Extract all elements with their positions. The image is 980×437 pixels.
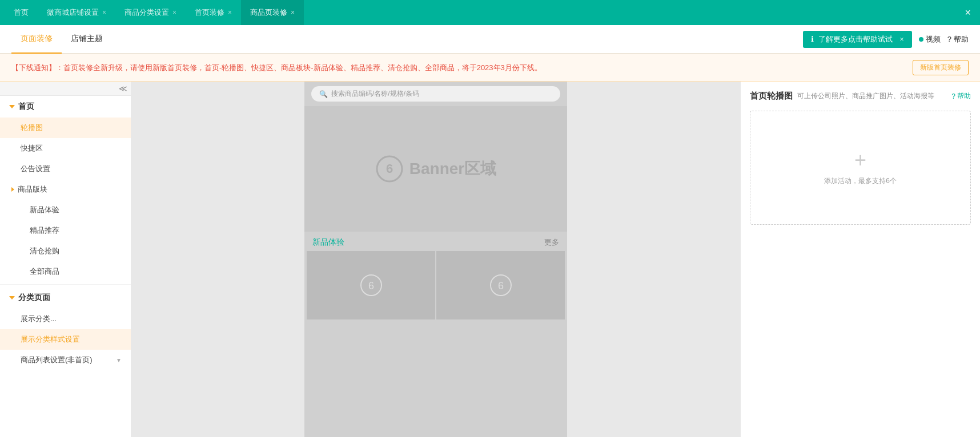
svg-text:6: 6: [497, 280, 503, 292]
new-products-label: 新品体验: [312, 237, 344, 248]
banner-logo-icon: 6: [375, 155, 404, 183]
triangle-icon: [9, 105, 15, 108]
right-panel-subtitle: 可上传公司照片、商品推广图片、活动海报等: [797, 91, 934, 101]
sidebar-section-home[interactable]: 首页: [0, 96, 131, 118]
tab-product-decoration[interactable]: 商品页装修 ×: [241, 0, 304, 25]
sidebar-subsection-product-block[interactable]: 商品版块: [0, 179, 131, 200]
upload-plus-icon: +: [854, 150, 866, 171]
sidebar-item-clearance[interactable]: 清仓抢购: [0, 241, 131, 261]
tab-home-decoration-close[interactable]: ×: [228, 9, 232, 17]
right-panel-help-button[interactable]: ? 帮助: [951, 91, 971, 101]
product-card-1[interactable]: 6: [307, 251, 435, 319]
phone-search-area: 🔍 搜索商品编码/名称/规格/条码: [304, 82, 567, 106]
tab-home-decoration[interactable]: 首页装修 ×: [186, 0, 241, 25]
sub-header-right: ℹ 了解更多点击帮助试试 × 视频 ? 帮助: [803, 31, 969, 48]
sidebar-item-category-style[interactable]: 展示分类样式设置: [0, 329, 131, 350]
sub-tab-page-decoration[interactable]: 页面装修: [11, 25, 62, 54]
sub-tab-store-theme[interactable]: 店铺主题: [62, 25, 112, 54]
new-products-section: 新品体验 更多 6 6: [304, 232, 567, 437]
notice-bar: 【下线通知】：首页装修全新升级，请使用新版首页装修，首页-轮播图、快捷区、商品板…: [0, 54, 980, 82]
right-panel: 首页轮播图 可上传公司照片、商品推广图片、活动海报等 ? 帮助 + 添加活动，最…: [740, 82, 980, 437]
video-button[interactable]: 视频: [919, 34, 941, 44]
tab-home[interactable]: 首页: [5, 0, 38, 25]
phone-frame: 🔍 搜索商品编码/名称/规格/条码 6 Banner区域 新品体验 更多: [304, 82, 567, 437]
sidebar-divider: [0, 284, 131, 285]
help-banner[interactable]: ℹ 了解更多点击帮助试试 ×: [803, 31, 912, 48]
new-products-grid: 6 6: [304, 251, 567, 319]
right-panel-title-row: 首页轮播图 可上传公司照片、商品推广图片、活动海报等 ? 帮助: [750, 91, 971, 102]
sidebar-item-carousel[interactable]: 轮播图: [0, 118, 131, 138]
triangle-icon-2: [9, 296, 15, 300]
tab-product-decoration-close[interactable]: ×: [291, 9, 295, 17]
main-layout: ≪ 首页 轮播图 快捷区 公告设置 商品版块 新品体验 精品推荐 清仓抢购: [0, 82, 980, 437]
sidebar-expand-icon: ▼: [116, 357, 122, 363]
question-icon: ?: [947, 35, 951, 43]
help-banner-icon: ℹ: [811, 35, 814, 43]
notice-text: 【下线通知】：首页装修全新升级，请使用新版首页装修，首页-轮播图、快捷区、商品板…: [11, 63, 906, 73]
sidebar: ≪ 首页 轮播图 快捷区 公告设置 商品版块 新品体验 精品推荐 清仓抢购: [0, 82, 131, 437]
tab-bar: 首页 微商城店铺设置 × 商品分类设置 × 首页装修 × 商品页装修 × ×: [0, 0, 980, 25]
tab-bar-close-all[interactable]: ×: [960, 7, 975, 19]
product-icon-1: 6: [360, 274, 383, 297]
help-button[interactable]: ? 帮助: [947, 34, 969, 44]
new-products-more[interactable]: 更多: [544, 237, 559, 248]
upload-area[interactable]: + 添加活动，最多支持6个: [750, 111, 971, 225]
triangle-sm-icon: [11, 187, 14, 192]
banner-area[interactable]: 6 Banner区域: [304, 106, 567, 232]
sidebar-item-notice[interactable]: 公告设置: [0, 159, 131, 179]
search-icon: 🔍: [319, 90, 328, 98]
new-products-header: 新品体验 更多: [304, 232, 567, 251]
sidebar-item-all-products[interactable]: 全部商品: [0, 261, 131, 282]
upload-text: 添加活动，最多支持6个: [824, 176, 897, 186]
sidebar-item-featured[interactable]: 精品推荐: [0, 220, 131, 241]
right-panel-title: 首页轮播图: [750, 91, 793, 102]
help-banner-close[interactable]: ×: [899, 35, 904, 43]
phone-search-bar[interactable]: 🔍 搜索商品编码/名称/规格/条码: [311, 86, 560, 102]
new-version-button[interactable]: 新版首页装修: [913, 60, 969, 75]
sidebar-item-product-list[interactable]: 商品列表设置(非首页) ▼: [0, 350, 131, 370]
svg-text:6: 6: [368, 280, 373, 292]
tab-store-settings[interactable]: 微商城店铺设置 ×: [38, 0, 115, 25]
sidebar-item-shortcuts[interactable]: 快捷区: [0, 138, 131, 159]
tab-store-settings-close[interactable]: ×: [102, 9, 106, 17]
sidebar-item-show-category[interactable]: 展示分类...: [0, 309, 131, 329]
product-icon-2: 6: [489, 274, 512, 297]
sub-header: 页面装修 店铺主题 ℹ 了解更多点击帮助试试 × 视频 ? 帮助: [0, 25, 980, 54]
tab-product-category-close[interactable]: ×: [172, 9, 176, 17]
tab-product-category[interactable]: 商品分类设置 ×: [115, 0, 186, 25]
right-panel-question-icon: ?: [951, 92, 955, 100]
sidebar-collapse-arrow[interactable]: ≪: [119, 84, 127, 93]
sidebar-section-category[interactable]: 分类页面: [0, 287, 131, 309]
sidebar-item-new-experience[interactable]: 新品体验: [0, 200, 131, 220]
svg-text:6: 6: [386, 161, 393, 176]
video-dot-icon: [919, 37, 923, 42]
center-preview: 🔍 搜索商品编码/名称/规格/条码 6 Banner区域 新品体验 更多: [131, 82, 740, 437]
right-panel-title-group: 首页轮播图 可上传公司照片、商品推广图片、活动海报等: [750, 91, 934, 102]
product-card-2[interactable]: 6: [436, 251, 565, 319]
